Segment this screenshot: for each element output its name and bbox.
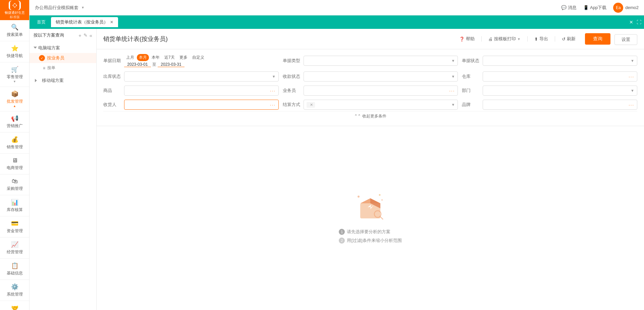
help-btn[interactable]: ❓ 帮助 <box>457 35 477 43</box>
out-status-select[interactable]: ▼ <box>124 71 279 82</box>
setting-button[interactable]: 设置 <box>614 34 637 45</box>
sidebar-item-quick[interactable]: ⭐ 快捷导航 <box>0 41 29 62</box>
this-month-btn[interactable]: 本月 <box>137 54 149 61</box>
empty-state: 1 请先选择要分析的方案 2 用[过滤]条件来缩小分析范围 <box>97 126 644 310</box>
warehouse-label: 仓库 <box>462 73 481 80</box>
sidebar-item-system[interactable]: ⚙️ 系统管理 <box>0 280 29 301</box>
svg-point-6 <box>381 199 383 201</box>
sidebar-item-basic[interactable]: 📋 基础信息 <box>0 259 29 280</box>
date-end-input[interactable] <box>158 62 184 67</box>
dept-label: 部门 <box>462 88 481 94</box>
custom-btn[interactable]: 自定义 <box>190 54 206 61</box>
main-area: 办公用品行业模拟账套 ▼ 💬 消息 📱 App下载 Ea demo2 首页 <box>30 0 644 310</box>
nav-title: 办公用品行业模拟账套 <box>35 5 78 11</box>
empty-tip-2: 2 用[过滤]条件来缩小分析范围 <box>339 238 401 244</box>
help-icon: ❓ <box>459 37 465 42</box>
out-status-arrow: ▼ <box>272 74 276 79</box>
print-btn[interactable]: 🖨 按模板打印 ▼ <box>486 35 523 43</box>
payment-tag: ✕ <box>307 102 315 108</box>
left-panel: 按以下方案查询 + ✎ « 电脑端方案 ✓ 按业务员 ≡ 按单 <box>30 29 97 310</box>
messages-btn[interactable]: 💬 消息 <box>561 5 577 11</box>
goods-input[interactable]: ··· <box>124 86 279 96</box>
tip-num-1: 1 <box>339 229 345 235</box>
warehouse-input[interactable]: ··· <box>483 71 637 82</box>
refresh-btn[interactable]: ↺ 刷新 <box>559 35 578 43</box>
brand-field: 品牌 ··· <box>462 100 637 110</box>
form-row-3: 商品 ··· 业务员 ··· 部门 <box>103 86 637 96</box>
status-arrow: ▼ <box>631 59 634 63</box>
top-header: 办公用品行业模拟账套 ▼ 💬 消息 📱 App下载 Ea demo2 <box>30 0 644 15</box>
goods-field: 商品 ··· <box>103 86 279 96</box>
more-btn[interactable]: 更多 <box>177 54 190 61</box>
tab-close-icon[interactable]: ✕ <box>110 20 113 24</box>
pay-status-field: 收款状态 ▼ <box>283 71 458 82</box>
left-panel-title: 按以下方案查询 <box>34 32 64 38</box>
salesperson-input[interactable]: ··· <box>304 86 458 96</box>
tab-home[interactable]: 首页 <box>32 17 50 27</box>
logo-sub: 标准版 <box>10 15 20 19</box>
app-logo[interactable]: 畅捷通好生意 标准版 <box>0 0 29 20</box>
left-panel-actions: + ✎ « <box>78 33 92 38</box>
mobile-scheme-group-header[interactable]: 移动端方案 <box>30 75 96 86</box>
sidebar-item-search[interactable]: 🔍 搜索菜单 <box>0 20 29 41</box>
action-divider-2 <box>527 36 528 42</box>
tab-close-window-icon[interactable]: ✕ <box>629 19 633 25</box>
scheme-item-salesperson[interactable]: ✓ 按业务员 <box>30 53 96 63</box>
query-button[interactable]: 查询 <box>585 33 610 45</box>
collapse-bar[interactable]: ⌃⌃ 收起更多条件 <box>103 111 637 121</box>
status-select[interactable]: ▼ <box>483 56 637 66</box>
empty-icon <box>354 190 387 223</box>
nav-dropdown-arrow[interactable]: ▼ <box>81 6 85 9</box>
payment-select[interactable]: ✕ ▼ <box>304 100 458 110</box>
date-field: 单据日期 上月 本月 本年 近7天 更多 自定义 <box>103 54 279 67</box>
tab-sales-report[interactable]: 销货单统计表（按业务员） ✕ <box>51 17 118 27</box>
date-range-btns: 上月 本月 本年 近7天 更多 自定义 <box>124 54 277 61</box>
sidebar-item-enterprise[interactable]: 🤝 企业协同 <box>0 301 29 310</box>
scheme-item-order[interactable]: ≡ 按单 <box>30 63 96 73</box>
this-year-btn[interactable]: 本年 <box>150 54 162 61</box>
salesperson-dots: ··· <box>449 88 455 93</box>
type-select[interactable]: ▼ <box>304 56 458 66</box>
sidebar-item-inventory[interactable]: 📊 库存核算 <box>0 195 29 216</box>
prev-month-btn[interactable]: 上月 <box>124 54 136 61</box>
dept-select[interactable]: ▼ <box>483 86 637 96</box>
mobile-scheme-group: 移动端方案 <box>30 74 96 87</box>
payment-label: 结算方式 <box>283 102 302 108</box>
date-start-input[interactable] <box>124 62 151 67</box>
pay-status-select[interactable]: ▼ <box>304 71 458 82</box>
form-row-4: 收货人 ··· 结算方式 ✕ ▼ <box>103 100 637 110</box>
type-field: 单据类型 ▼ <box>283 56 458 66</box>
pay-status-arrow: ▼ <box>451 74 455 79</box>
svg-point-5 <box>358 196 360 198</box>
recent7-btn[interactable]: 近7天 <box>162 54 177 61</box>
action-divider-1 <box>481 36 482 42</box>
message-icon: 💬 <box>561 5 567 10</box>
collapse-panel-btn[interactable]: « <box>90 33 92 38</box>
avatar: Ea <box>613 3 623 13</box>
system-icon: ⚙️ <box>11 283 18 291</box>
sidebar-item-finance[interactable]: 💳 资金管理 <box>0 216 29 238</box>
sidebar-item-purchase[interactable]: 🛍 采购管理 <box>0 174 29 195</box>
ecommerce-icon: 🖥 <box>12 157 18 164</box>
out-status-label: 出库状态 <box>103 73 122 80</box>
sidebar-item-wholesale[interactable]: 📦 批发管理 ▲ <box>0 87 29 111</box>
recipient-input[interactable]: ··· <box>124 100 279 110</box>
out-status-field: 出库状态 ▼ <box>103 71 279 82</box>
sidebar-item-sales[interactable]: 💰 销售管理 <box>0 133 29 154</box>
app-download-btn[interactable]: 📱 App下载 <box>583 5 606 11</box>
date-label: 单据日期 <box>103 58 122 64</box>
sidebar-item-marketing[interactable]: 📢 营销推广 <box>0 111 29 133</box>
export-btn[interactable]: ⬆ 导出 <box>532 35 551 43</box>
order-icon: ≡ <box>43 66 45 70</box>
sidebar-item-ecommerce[interactable]: 🖥 电商管理 <box>0 154 29 174</box>
status-label: 单据状态 <box>462 58 481 64</box>
brand-input[interactable]: ··· <box>483 100 637 110</box>
sidebar-item-operations[interactable]: 📈 经营管理 <box>0 238 29 259</box>
pc-scheme-group-header[interactable]: 电脑端方案 <box>30 43 96 53</box>
user-menu-btn[interactable]: Ea demo2 <box>613 3 639 13</box>
edit-scheme-btn[interactable]: ✎ <box>84 33 88 38</box>
add-scheme-btn[interactable]: + <box>78 33 82 38</box>
payment-tag-close[interactable]: ✕ <box>310 103 313 107</box>
sidebar-item-retail[interactable]: 🛒 零售管理 ▼ <box>0 62 29 87</box>
tab-maximize-icon[interactable]: ⛶ <box>637 19 641 25</box>
